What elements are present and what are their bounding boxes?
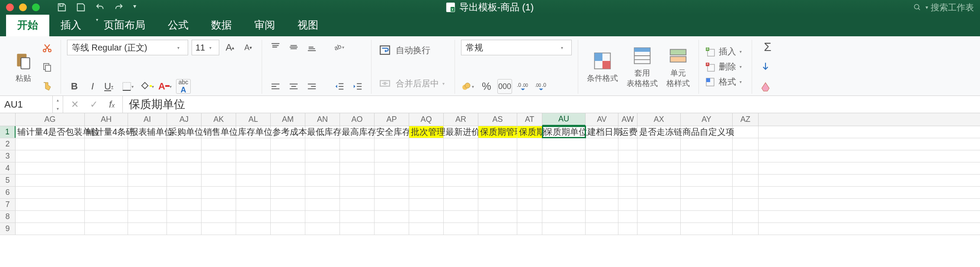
cell[interactable] xyxy=(236,223,271,235)
cell[interactable] xyxy=(618,199,637,210)
cell[interactable] xyxy=(517,199,542,210)
cell[interactable] xyxy=(340,175,375,186)
cell[interactable] xyxy=(236,175,271,186)
cell[interactable] xyxy=(517,150,542,162)
redo-icon[interactable]: ▾ xyxy=(114,3,124,12)
cell[interactable] xyxy=(542,162,586,174)
cell[interactable] xyxy=(618,175,637,186)
cell[interactable] xyxy=(167,199,202,210)
cell[interactable] xyxy=(733,211,759,222)
cell[interactable] xyxy=(305,199,340,210)
cell[interactable] xyxy=(375,223,409,235)
cell[interactable] xyxy=(202,211,236,222)
border-icon[interactable]: ▾ xyxy=(122,79,136,94)
cell[interactable] xyxy=(236,211,271,222)
align-middle-icon[interactable] xyxy=(286,40,301,54)
cell[interactable] xyxy=(478,199,517,210)
cell[interactable] xyxy=(340,199,375,210)
cell[interactable] xyxy=(340,223,375,235)
row-header[interactable]: 5 xyxy=(0,175,16,186)
cell[interactable] xyxy=(444,211,478,222)
cell[interactable] xyxy=(236,150,271,162)
close-window-icon[interactable] xyxy=(6,3,14,11)
undo-icon[interactable]: ▾ xyxy=(95,3,105,12)
cell[interactable] xyxy=(542,138,586,150)
cell[interactable] xyxy=(271,199,305,210)
cell[interactable] xyxy=(409,211,444,222)
cell[interactable] xyxy=(305,211,340,222)
cell[interactable]: 最新进价 xyxy=(444,126,478,138)
insert-cells-button[interactable]: + 插入▾ xyxy=(705,46,746,57)
cell[interactable] xyxy=(586,187,618,198)
font-size-select[interactable]: 11▾ xyxy=(192,40,219,55)
cell[interactable] xyxy=(478,187,517,198)
cell[interactable] xyxy=(542,211,586,222)
cell[interactable] xyxy=(542,223,586,235)
cell[interactable]: 销售单位 xyxy=(202,126,236,138)
column-header[interactable]: AU xyxy=(542,113,586,126)
align-top-icon[interactable] xyxy=(268,40,283,54)
column-header[interactable]: AT xyxy=(517,113,542,126)
cell[interactable] xyxy=(236,162,271,174)
cell[interactable] xyxy=(409,150,444,162)
cell[interactable] xyxy=(681,223,733,235)
cell[interactable] xyxy=(637,150,681,162)
column-header[interactable]: AQ xyxy=(409,113,444,126)
cell[interactable] xyxy=(586,211,618,222)
cell[interactable] xyxy=(85,150,128,162)
cell[interactable] xyxy=(305,175,340,186)
cell[interactable] xyxy=(733,126,759,138)
align-right-icon[interactable] xyxy=(304,79,319,94)
cell[interactable] xyxy=(128,150,167,162)
column-header[interactable]: AM xyxy=(271,113,305,126)
cell[interactable] xyxy=(16,211,85,222)
decrease-indent-icon[interactable] xyxy=(332,79,347,94)
cell[interactable] xyxy=(517,211,542,222)
spreadsheet-grid[interactable]: AGAHAIAJAKALAMANAOAPAQARASATAUAVAWAXAYAZ… xyxy=(0,113,980,235)
cell[interactable] xyxy=(733,150,759,162)
cell[interactable] xyxy=(128,187,167,198)
cell[interactable] xyxy=(586,138,618,150)
cell[interactable] xyxy=(305,223,340,235)
cell[interactable] xyxy=(733,223,759,235)
cell[interactable] xyxy=(271,187,305,198)
column-header[interactable]: AK xyxy=(202,113,236,126)
cell[interactable] xyxy=(85,175,128,186)
cell[interactable] xyxy=(444,187,478,198)
select-all-corner[interactable] xyxy=(0,113,16,126)
cell[interactable] xyxy=(128,175,167,186)
cell[interactable] xyxy=(305,187,340,198)
percent-icon[interactable]: % xyxy=(479,79,494,94)
cell[interactable] xyxy=(16,223,85,235)
cut-icon[interactable] xyxy=(40,41,54,55)
cell[interactable] xyxy=(236,187,271,198)
cell[interactable] xyxy=(681,187,733,198)
cell[interactable] xyxy=(637,187,681,198)
cell[interactable]: 批次管理 xyxy=(409,126,444,138)
cell[interactable] xyxy=(202,199,236,210)
cell[interactable] xyxy=(85,199,128,210)
paste-button[interactable]: 粘贴 xyxy=(10,49,36,85)
cell[interactable] xyxy=(637,211,681,222)
cell[interactable] xyxy=(128,211,167,222)
wrap-text-icon[interactable] xyxy=(378,43,392,57)
cell[interactable] xyxy=(542,199,586,210)
maximize-window-icon[interactable] xyxy=(32,3,40,11)
column-header[interactable]: AY xyxy=(681,113,733,126)
cell[interactable] xyxy=(128,162,167,174)
cell[interactable] xyxy=(681,162,733,174)
name-box-stepper[interactable]: ▴▾ xyxy=(53,96,63,113)
cell[interactable] xyxy=(444,138,478,150)
increase-indent-icon[interactable] xyxy=(350,79,365,94)
cell[interactable] xyxy=(236,199,271,210)
cell[interactable] xyxy=(85,187,128,198)
minimize-window-icon[interactable] xyxy=(19,3,27,11)
cell[interactable] xyxy=(305,150,340,162)
format-painter-icon[interactable] xyxy=(40,79,54,93)
cell[interactable] xyxy=(375,199,409,210)
cell[interactable] xyxy=(409,175,444,186)
cell[interactable] xyxy=(517,223,542,235)
cell[interactable] xyxy=(202,138,236,150)
cell[interactable] xyxy=(271,223,305,235)
cell[interactable] xyxy=(16,199,85,210)
